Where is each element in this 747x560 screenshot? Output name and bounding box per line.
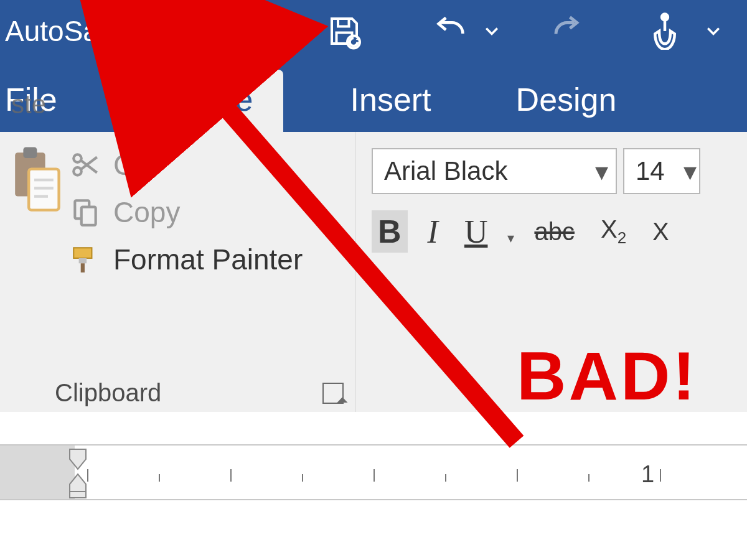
subscript-button[interactable]: X2: [594, 213, 632, 250]
chevron-down-icon: ▾: [588, 156, 616, 187]
cut-label: Cut: [113, 148, 158, 182]
superscript-button[interactable]: X: [646, 215, 675, 248]
indent-marker[interactable]: [67, 447, 86, 497]
copy-button[interactable]: Copy: [68, 195, 303, 229]
font-size-combo[interactable]: 14 ▾: [623, 148, 700, 194]
paste-button[interactable]: [0, 144, 68, 213]
format-painter-icon: [68, 243, 102, 276]
undo-icon[interactable]: [431, 16, 472, 47]
svg-rect-12: [82, 207, 96, 225]
cut-button[interactable]: Cut: [68, 148, 303, 182]
autosave-group: AutoSave On: [5, 12, 263, 50]
svg-marker-16: [70, 449, 86, 469]
ruler-tick: [159, 474, 160, 482]
touch-mode-icon[interactable]: [648, 12, 682, 50]
svg-rect-18: [70, 492, 86, 498]
autosave-toggle-state: On: [149, 16, 184, 46]
autosave-label: AutoSave: [5, 14, 129, 48]
ruler-tick: [87, 469, 88, 482]
font-name-value: Arial Black: [373, 156, 519, 186]
clipboard-group: Cut Copy: [0, 132, 355, 412]
ruler-gap: [0, 412, 747, 444]
svg-rect-14: [79, 258, 87, 263]
paste-label: ste: [0, 90, 355, 119]
clipboard-dialog-launcher[interactable]: [322, 383, 344, 404]
svg-marker-17: [70, 474, 86, 492]
ruler-tick: [374, 469, 375, 482]
svg-rect-15: [81, 263, 85, 273]
format-painter-label: Format Painter: [113, 243, 303, 276]
ruler-tick: [660, 469, 661, 482]
autosave-toggle[interactable]: On: [140, 12, 263, 50]
horizontal-ruler[interactable]: 1: [0, 444, 747, 500]
ribbon: Cut Copy: [0, 132, 747, 412]
paste-icon: [6, 144, 62, 213]
tab-design[interactable]: Design: [486, 70, 647, 132]
italic-button[interactable]: I: [421, 211, 444, 253]
svg-point-2: [662, 14, 669, 21]
copy-label: Copy: [113, 195, 180, 229]
clipboard-group-label: Clipboard: [55, 379, 161, 407]
ruler-tick: [588, 474, 590, 482]
title-bar: AutoSave On: [0, 0, 747, 62]
font-group: Arial Black ▾ 14 ▾ B I U ▾ abc X2 X: [355, 132, 747, 412]
svg-rect-13: [73, 248, 92, 258]
ruler-tick: [445, 474, 446, 482]
autosave-toggle-knob: [195, 17, 223, 45]
bold-button[interactable]: B: [372, 210, 408, 253]
underline-dropdown-icon[interactable]: ▾: [507, 230, 514, 246]
svg-rect-4: [23, 147, 37, 158]
font-name-combo[interactable]: Arial Black ▾: [372, 148, 617, 194]
touch-mode-dropdown-icon[interactable]: [707, 24, 720, 38]
chevron-down-icon: ▾: [676, 156, 704, 187]
ruler-tick: [302, 474, 303, 482]
font-size-value: 14: [624, 156, 676, 186]
copy-icon: [68, 195, 102, 229]
strikethrough-button[interactable]: abc: [528, 215, 581, 248]
ruler-tick: [517, 469, 518, 482]
scissors-icon: [68, 148, 102, 182]
save-icon[interactable]: [326, 12, 363, 50]
ruler-margin-area: [0, 446, 75, 499]
svg-rect-5: [29, 169, 59, 210]
redo-icon[interactable]: [548, 14, 586, 48]
format-painter-button[interactable]: Format Painter: [68, 243, 303, 276]
undo-dropdown-icon[interactable]: [485, 24, 499, 38]
underline-button[interactable]: U: [458, 211, 494, 253]
ruler-number-1: 1: [641, 461, 654, 488]
ruler-tick: [230, 469, 232, 482]
